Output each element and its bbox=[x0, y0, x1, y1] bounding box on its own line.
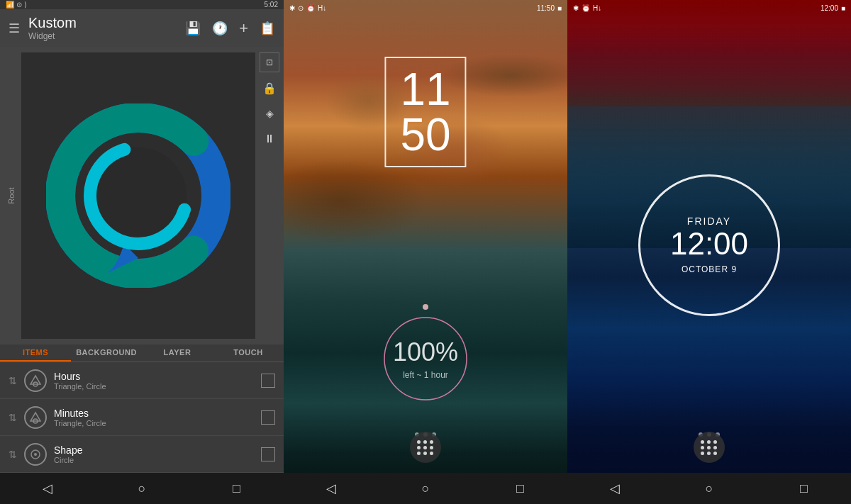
clock-ring: FRIDAY 12:00 OCTOBER 9 bbox=[638, 174, 780, 316]
network-icon-p3: H↓ bbox=[593, 4, 601, 12]
drawer-dot bbox=[430, 440, 433, 444]
drag-handle-icon: ⇅ bbox=[9, 375, 17, 386]
drag-handle-icon: ⇅ bbox=[9, 449, 17, 460]
tab-touch[interactable]: TOUCH bbox=[213, 345, 284, 362]
layers-icon[interactable]: ◈ bbox=[260, 103, 279, 123]
drawer-dot bbox=[430, 452, 433, 455]
widget-preview bbox=[46, 103, 230, 288]
drawer-dot bbox=[417, 452, 421, 455]
save-icon[interactable]: 💾 bbox=[185, 21, 201, 36]
home-button[interactable]: ○ bbox=[121, 481, 163, 496]
network-icon: H↓ bbox=[318, 4, 326, 12]
drawer-dot bbox=[707, 446, 711, 449]
item-text-minutes: Minutes Triangle, Circle bbox=[54, 408, 254, 427]
drawer-dot bbox=[430, 446, 433, 449]
kustom-statusbar: 📶 ⊙ ⟩ 5:02 bbox=[0, 0, 284, 9]
clock-hours: 11 bbox=[400, 67, 450, 112]
list-item[interactable]: ⇅ Shape Circle bbox=[0, 436, 284, 473]
lock-icon[interactable]: 🔒 bbox=[260, 78, 279, 98]
svg-point-11 bbox=[384, 318, 467, 400]
clock-time: 12:00 bbox=[670, 227, 748, 261]
battery-container: 100% left ~ 1 hour bbox=[379, 304, 472, 405]
drawer-dots-grid bbox=[417, 440, 434, 455]
kustom-tabs: ITEMS BACKGROUND LAYER TOUCH bbox=[0, 345, 284, 362]
widget-svg bbox=[46, 103, 230, 288]
drawer-dot bbox=[713, 440, 717, 444]
tab-items[interactable]: ITEMS bbox=[0, 345, 71, 362]
drag-handle-icon: ⇅ bbox=[9, 412, 17, 423]
kustom-header: ☰ Kustom Widget 💾 🕐 + 📋 bbox=[0, 9, 284, 47]
list-item[interactable]: ⇅ Hours Triangle, Circle bbox=[0, 362, 284, 399]
root-label: Root bbox=[7, 188, 16, 204]
bluetooth-icon: ✱ bbox=[289, 4, 295, 12]
clock-day: FRIDAY bbox=[687, 215, 731, 227]
battery-icon: ■ bbox=[557, 4, 562, 12]
clock-container-p3: FRIDAY 12:00 OCTOBER 9 bbox=[638, 174, 780, 316]
recents-button[interactable]: □ bbox=[215, 481, 257, 496]
nfc-icon: ⊙ bbox=[298, 4, 304, 12]
home-button-p2[interactable]: ○ bbox=[404, 481, 447, 496]
item-icon-shape bbox=[24, 443, 47, 466]
clipboard-icon[interactable]: 📋 bbox=[260, 21, 275, 36]
item-text-shape: Shape Circle bbox=[54, 444, 254, 464]
drawer-dot bbox=[701, 440, 704, 444]
clock-minutes: 50 bbox=[400, 112, 450, 157]
statusbar-panel3: ✱ ⏰ H↓ 12:00 ■ bbox=[567, 0, 851, 16]
canvas-side-tools: ⊡ 🔒 ◈ ⏸ bbox=[255, 47, 284, 345]
clock-box: 11 50 bbox=[384, 57, 466, 167]
tab-layer[interactable]: LAYER bbox=[142, 345, 213, 362]
svg-point-9 bbox=[34, 453, 37, 456]
drawer-dot bbox=[707, 440, 711, 444]
battery-ring-svg bbox=[379, 313, 472, 405]
drawer-dot bbox=[701, 446, 704, 449]
battery-dot bbox=[423, 304, 428, 310]
item-checkbox-hours[interactable] bbox=[261, 374, 275, 388]
statusbar-time-p2: 11:50 bbox=[537, 4, 555, 12]
drawer-dot bbox=[417, 440, 421, 444]
kustom-app-panel: 📶 ⊙ ⟩ 5:02 ☰ Kustom Widget 💾 🕐 + 📋 Root bbox=[0, 0, 284, 504]
kustom-title-block: Kustom Widget bbox=[28, 15, 177, 41]
bluetooth-icon-p3: ✱ bbox=[573, 4, 579, 12]
drawer-dot bbox=[713, 446, 717, 449]
svg-marker-6 bbox=[30, 413, 40, 421]
battery-ring: 100% left ~ 1 hour bbox=[379, 313, 472, 405]
pause-icon[interactable]: ⏸ bbox=[260, 129, 279, 149]
drawer-dot bbox=[707, 452, 711, 455]
alarm-icon: ⏰ bbox=[306, 4, 315, 12]
kustom-canvas-wrapper: Root ⊡ 🔒 ◈ bbox=[0, 47, 284, 345]
back-button-p2[interactable]: ◁ bbox=[310, 481, 352, 496]
item-icon-hours bbox=[24, 369, 47, 392]
items-list: ⇅ Hours Triangle, Circle ⇅ Minutes Trian… bbox=[0, 362, 284, 473]
phone-lockscreen-1200: ✱ ⏰ H↓ 12:00 ■ FRIDAY 12:00 OCTOBER 9 bbox=[567, 0, 851, 504]
item-checkbox-minutes[interactable] bbox=[261, 410, 275, 425]
recents-button-p2[interactable]: □ bbox=[499, 481, 541, 496]
home-button-p3[interactable]: ○ bbox=[688, 481, 730, 496]
fullscreen-icon[interactable]: ⊡ bbox=[260, 52, 279, 72]
back-button-p3[interactable]: ◁ bbox=[594, 481, 636, 496]
drawer-dot bbox=[423, 440, 427, 444]
app-drawer-button-p3[interactable] bbox=[694, 432, 725, 463]
clock-date: OCTOBER 9 bbox=[682, 264, 737, 274]
recents-button-p3[interactable]: □ bbox=[782, 481, 825, 496]
drawer-dots-grid-p3 bbox=[701, 440, 718, 455]
hamburger-menu-icon[interactable]: ☰ bbox=[9, 21, 20, 36]
item-icon-minutes bbox=[24, 406, 47, 429]
kustom-canvas bbox=[21, 52, 255, 339]
add-icon[interactable]: + bbox=[239, 19, 248, 38]
nav-bar-p3: ◁ ○ □ bbox=[567, 473, 851, 504]
drawer-dot bbox=[423, 452, 427, 455]
drawer-dot bbox=[423, 446, 427, 449]
item-checkbox-shape[interactable] bbox=[261, 447, 275, 461]
list-item[interactable]: ⇅ Minutes Triangle, Circle bbox=[0, 399, 284, 436]
statusbar-left-icons: 📶 ⊙ ⟩ bbox=[6, 1, 27, 9]
app-subtitle: Widget bbox=[28, 31, 177, 41]
item-text-hours: Hours Triangle, Circle bbox=[54, 371, 254, 391]
app-title: Kustom bbox=[28, 15, 177, 31]
back-button[interactable]: ◁ bbox=[26, 481, 69, 496]
tab-background[interactable]: BACKGROUND bbox=[71, 345, 142, 362]
phone-lockscreen-1150: ✱ ⊙ ⏰ H↓ 11:50 ■ 11 50 100% left ~ 1 hou… bbox=[284, 0, 567, 504]
alarm-icon-p3: ⏰ bbox=[582, 4, 590, 12]
app-drawer-button[interactable] bbox=[410, 432, 441, 463]
statusbar-time-p3: 12:00 bbox=[821, 4, 838, 12]
history-icon[interactable]: 🕐 bbox=[212, 21, 228, 36]
